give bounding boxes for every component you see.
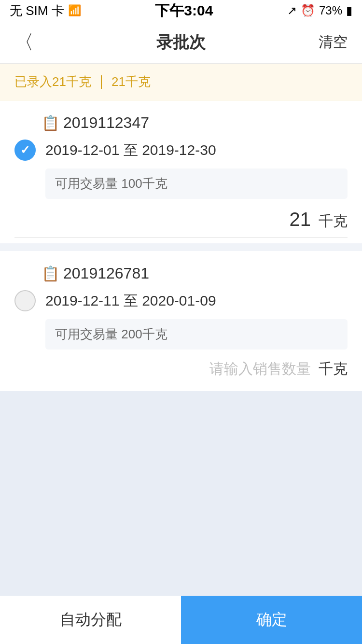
back-button[interactable]: 〈 xyxy=(14,29,43,56)
confirm-button[interactable]: 确定 xyxy=(181,596,362,644)
batch-id-text-1: 2019112347 xyxy=(63,114,149,132)
wifi-icon: 📶 xyxy=(68,4,81,17)
amount-value-1[interactable]: 21 xyxy=(290,209,311,230)
battery-text: 73% xyxy=(319,4,342,17)
batch-id-icon-2: 📋 xyxy=(42,265,59,282)
carrier-text: 无 SIM 卡 xyxy=(10,2,64,19)
section-divider xyxy=(0,243,362,251)
batch-date-1: 2019-12-01 至 2019-12-30 xyxy=(45,140,216,160)
batch-id-icon-1: 📋 xyxy=(42,114,59,131)
status-bar: 无 SIM 卡 📶 下午3:04 ↗ ⏰ 73% ▮ xyxy=(0,0,362,21)
input-row-2: 请输入销售数量 千克 xyxy=(0,350,362,379)
batch-id-text-2: 2019126781 xyxy=(63,265,149,282)
auto-distribute-button[interactable]: 自动分配 xyxy=(0,596,181,644)
batch-avail-1: 可用交易量 100千克 xyxy=(45,168,348,199)
time-display: 下午3:04 xyxy=(155,1,213,21)
nav-bar: 〈 录批次 清空 xyxy=(0,21,362,64)
batch-radio-1[interactable] xyxy=(14,140,36,161)
recorded-amount-label: 已录入21千克 xyxy=(14,73,91,90)
batch-radio-2[interactable] xyxy=(14,290,36,311)
input-unit-2: 千克 xyxy=(319,359,348,379)
quantity-placeholder-2: 请输入销售数量 xyxy=(14,359,311,379)
batch-date-2: 2019-12-11 至 2020-01-09 xyxy=(45,291,216,311)
input-divider-2 xyxy=(14,385,348,385)
alarm-icon: ⏰ xyxy=(301,4,315,17)
clear-button[interactable]: 清空 xyxy=(319,32,348,52)
recorded-amount-value: 21千克 xyxy=(111,73,151,90)
batch-item-2: 📋 2019126781 2019-12-11 至 2020-01-09 可用交… xyxy=(0,251,362,391)
batch-avail-2: 可用交易量 200千克 xyxy=(45,319,348,350)
batch-item-1: 📋 2019112347 2019-12-01 至 2019-12-30 可用交… xyxy=(0,100,362,243)
battery-icon: ▮ xyxy=(346,4,352,17)
bottom-bar: 自动分配 确定 xyxy=(0,596,362,644)
location-icon: ↗ xyxy=(287,4,297,17)
banner-divider xyxy=(101,75,102,89)
amount-row-1: 21 千克 xyxy=(0,199,362,231)
info-banner: 已录入21千克 21千克 xyxy=(0,64,362,100)
page-title: 录批次 xyxy=(156,31,206,54)
amount-divider-1 xyxy=(14,237,348,238)
amount-unit-1: 千克 xyxy=(319,211,348,231)
